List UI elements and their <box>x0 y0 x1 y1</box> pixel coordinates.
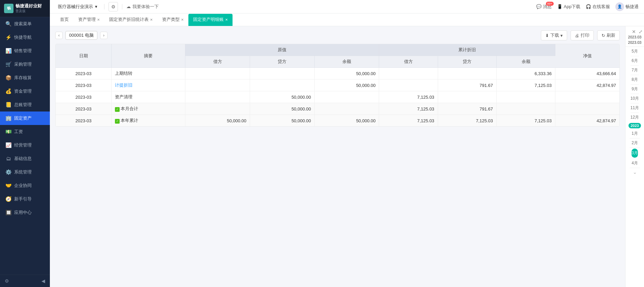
topbar-right: 💬 消息 99+ 📱 App下载 🎧 在线客服 👤 畅捷通 <box>536 2 639 11</box>
company-selector[interactable]: 医疗器械行业演示 ▾ <box>55 2 100 11</box>
prev-asset-button[interactable]: ‹ <box>55 32 63 39</box>
apps-icon: 🔲 <box>5 210 11 216</box>
messages-badge: 99+ <box>546 2 554 6</box>
support-button[interactable]: 🎧 在线客服 <box>586 4 610 10</box>
cell-ad-debit <box>379 68 438 79</box>
tab-close-asset_type[interactable]: ✕ <box>181 18 184 22</box>
asset-code-tag: 000001 电脑 <box>65 31 97 40</box>
timeline-month-12月[interactable]: 12月 <box>631 113 639 122</box>
timeline-month-7月[interactable]: 7月 <box>631 66 639 75</box>
tab-asset_mgmt[interactable]: 资产管理✕ <box>73 14 104 26</box>
download-button[interactable]: ⬇ 下载 ▾ <box>541 30 567 40</box>
refresh-button[interactable]: ↻ 刷新 <box>597 30 620 40</box>
message-icon: 💬 <box>536 4 542 9</box>
username-label: 畅捷通 <box>625 4 639 10</box>
subtotal-icon: ✓ <box>115 107 120 112</box>
sidebar: 畅 畅捷通好业财 普及版 🔍搜索菜单⚡快捷导航📊销售管理🛒采购管理📦库存核算💰资… <box>0 0 50 287</box>
tab-close-asset_detail[interactable]: ✕ <box>225 18 228 22</box>
cell-summary: 上期结转 <box>112 68 185 79</box>
headset-icon: 🎧 <box>586 4 591 9</box>
print-button[interactable]: 🖨 打印 <box>571 30 594 40</box>
sidebar-label-salary: 工资 <box>14 129 23 135</box>
sidebar-item-apps[interactable]: 🔲应用中心 <box>0 206 50 219</box>
cell-ov-debit <box>185 79 250 91</box>
table-row: 2023-03 上期结转 50,000.00 6,333.36 43,666.6… <box>56 68 619 79</box>
tab-depreciation_stats[interactable]: 固定资产折旧统计表✕ <box>104 14 157 26</box>
sidebar-item-guide[interactable]: 🧭新手引导 <box>0 192 50 206</box>
cell-ov-balance: 50,000.00 <box>314 115 379 127</box>
sidebar-item-ledger[interactable]: 📒总账管理 <box>0 98 50 111</box>
settings-icon[interactable]: ⚙ <box>5 278 9 284</box>
timeline-close-button[interactable]: ✕ <box>632 29 636 34</box>
user-button[interactable]: 👤 畅捷通 <box>615 2 639 11</box>
timeline-year-badge: 2023 <box>628 123 641 128</box>
tab-asset_detail[interactable]: 固定资产明细账✕ <box>188 14 233 26</box>
sidebar-item-sales[interactable]: 📊销售管理 <box>0 44 50 58</box>
depreciation-link[interactable]: 计提折旧 <box>115 83 132 88</box>
sidebar-item-purchase[interactable]: 🛒采购管理 <box>0 58 50 71</box>
sidebar-item-quicknav[interactable]: ⚡快捷导航 <box>0 31 50 44</box>
sidebar-item-inventory[interactable]: 📦库存核算 <box>0 71 50 85</box>
timeline-months-before: 5月6月7月8月9月10月11月12月 <box>631 47 639 122</box>
print-icon: 🖨 <box>575 33 579 38</box>
timeline-month-2月[interactable]: 2月 <box>630 138 640 148</box>
cell-net-value: 43,666.64 <box>555 68 619 79</box>
cell-net-value <box>555 91 619 103</box>
timeline-month-9月[interactable]: 9月 <box>631 85 639 94</box>
cell-date: 2023-03 <box>56 91 112 103</box>
sidebar-logo: 畅 畅捷通好业财 普及版 <box>0 0 50 17</box>
cell-ov-debit: 50,000.00 <box>185 115 250 127</box>
cell-summary: 资产清理 <box>112 91 185 103</box>
timeline-month-10月[interactable]: 10月 <box>631 94 639 103</box>
experience-button[interactable]: ☁ 我要体验一下 <box>126 4 159 10</box>
th-ov-credit: 贷方 <box>250 56 315 68</box>
cell-date: 2023-03 <box>56 115 112 127</box>
sidebar-label-finance: 资金管理 <box>14 88 32 94</box>
cell-summary: ✓本月合计 <box>112 103 185 115</box>
tab-asset_type[interactable]: 资产类型✕ <box>157 14 188 26</box>
timeline-month-6月[interactable]: 6月 <box>631 56 639 66</box>
sidebar-label-search: 搜索菜单 <box>14 21 32 27</box>
cell-ad-debit <box>379 79 438 91</box>
tab-close-depreciation_stats[interactable]: ✕ <box>150 18 153 22</box>
company-settings-button[interactable]: ⚙ <box>109 2 118 11</box>
tab-label-asset_detail: 固定资产明细账 <box>193 17 224 23</box>
app-title: 畅捷通好业财 <box>16 3 42 9</box>
messages-button[interactable]: 💬 消息 99+ <box>536 4 552 10</box>
next-asset-button[interactable]: › <box>100 32 108 39</box>
timeline-scroll-down-icon[interactable]: ⌄ <box>632 168 638 176</box>
cell-ov-credit <box>250 68 315 79</box>
sidebar-label-quicknav: 快捷导航 <box>14 34 32 40</box>
collapse-icon[interactable]: ◀ <box>41 278 45 284</box>
timeline-month-5月[interactable]: 5月 <box>631 47 639 56</box>
timeline-month-8月[interactable]: 8月 <box>631 75 639 85</box>
th-original-value: 原值 <box>185 44 379 56</box>
timeline-month-11月[interactable]: 11月 <box>631 103 639 113</box>
sidebar-item-basic[interactable]: 🗂基础信息 <box>0 152 50 165</box>
tab-home[interactable]: 首页 <box>55 14 73 26</box>
dropdown-arrow: ▾ <box>560 33 563 38</box>
timeline-expand-button[interactable]: ⤢ <box>639 29 643 34</box>
toolbar-row: ‹ 000001 电脑 › ⬇ 下载 ▾ 🖨 打印 ↻ <box>55 30 620 40</box>
tab-label-asset_mgmt: 资产管理 <box>78 17 96 23</box>
timeline-month-3月[interactable]: 3月 <box>632 149 638 158</box>
th-ad-balance: 余额 <box>496 56 555 68</box>
content-main: ‹ 000001 电脑 › ⬇ 下载 ▾ 🖨 打印 ↻ <box>50 26 625 287</box>
timeline-month-4月[interactable]: 4月 <box>630 159 640 168</box>
sidebar-item-salary[interactable]: 💵工资 <box>0 125 50 138</box>
sidebar-item-search[interactable]: 🔍搜索菜单 <box>0 17 50 31</box>
cell-ad-balance <box>496 103 555 115</box>
asset-detail-table: 日期 摘要 原值 累计折旧 净值 借方 贷方 余额 借方 贷方 余额 <box>55 44 620 127</box>
tab-close-asset_mgmt[interactable]: ✕ <box>97 18 100 22</box>
sidebar-item-fixed_assets[interactable]: 🏢固定资产 <box>0 111 50 125</box>
timeline-month-1月[interactable]: 1月 <box>630 129 640 138</box>
sidebar-item-finance[interactable]: 💰资金管理 <box>0 85 50 98</box>
sidebar-item-system[interactable]: ⚙️系统管理 <box>0 165 50 179</box>
sidebar-item-ops[interactable]: 📈经营管理 <box>0 138 50 152</box>
table-row: 2023-03 计提折旧 50,000.00 791.67 7,125.03 4… <box>56 79 619 91</box>
topbar: 医疗器械行业演示 ▾ ⚙ ☁ 我要体验一下 💬 消息 99+ 📱 App下载 🎧… <box>50 0 644 13</box>
app-download-button[interactable]: 📱 App下载 <box>557 4 580 10</box>
timeline-panel: ✕ ⤢ 2023.03 2023.03 5月6月7月8月9月10月11月12月 … <box>625 26 644 287</box>
sidebar-item-collab[interactable]: 🤝企业协同 <box>0 179 50 192</box>
cell-ad-balance: 6,333.36 <box>496 68 555 79</box>
